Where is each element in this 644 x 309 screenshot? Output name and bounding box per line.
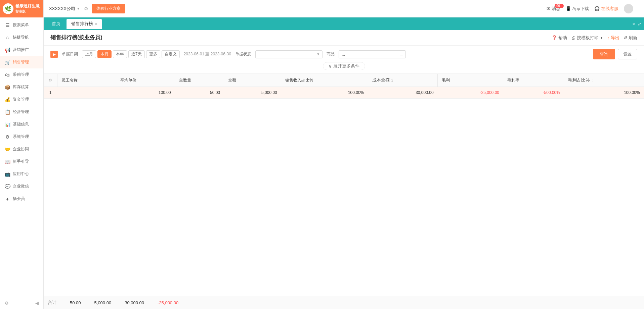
headset-icon: 🎧 [594,6,600,11]
period-btn-this-year[interactable]: 本年 [113,50,127,58]
message-badge: 99+ [555,4,564,8]
topbar-right: ✉ 消息 99+ 📱 App下载 🎧 在线客服 [547,4,639,13]
print-icon: 🖨 [571,35,575,40]
footer-main-qty: 50.00 [70,300,81,305]
tab-home[interactable]: 首页 [46,18,66,30]
filter-toggle-button[interactable]: ▶ [50,51,58,58]
print-button[interactable]: 🖨 按模板打印 ▼ [571,35,603,41]
sidebar-item-system[interactable]: ⚙ 系统管理 [0,131,43,143]
guide-icon: 📖 [5,159,10,164]
export-icon: ↑ [607,35,610,40]
trial-button[interactable]: 体验行业方案 [92,4,125,13]
message-icon: ✉ [547,6,550,11]
window-close-icon[interactable]: × [632,21,635,27]
period-btn-this-month[interactable]: 本月 [97,50,112,58]
expand-button[interactable]: ∨ 展开更多条件 [323,62,365,70]
logo-icon: 🌿 [3,3,13,14]
col-gross-rate: 毛利率 [503,74,564,87]
user-avatar[interactable] [624,4,633,13]
sidebar-item-search[interactable]: ☰ 搜索菜单 [0,19,43,31]
tab-sales-ranking[interactable]: 销售排行榜 × [67,19,102,29]
cell-name [57,87,116,99]
period-btn-custom[interactable]: 自定义 [162,50,180,58]
footer-amount: 5,000.00 [94,300,112,305]
main-area: XXXXXX公司 ▼ ⚙ 体验行业方案 ✉ 消息 99+ 📱 App下载 🎧 在… [44,0,644,309]
help-button[interactable]: ❓ 帮助 [552,35,567,41]
sidebar-item-purchase[interactable]: 🛍 采购管理 [0,68,43,81]
system-icon: ⚙ [5,134,10,140]
sidebar-item-sales[interactable]: 🛒 销售管理 [0,56,43,68]
sidebar-item-marketing[interactable]: 📢 营销推广 [0,44,43,56]
content-area: 销售排行榜(按业务员) ❓ 帮助 🖨 按模板打印 ▼ ↑ 导出 ↺ 刷新 [44,30,644,309]
online-service-button[interactable]: 🎧 在线客服 [594,6,618,12]
tabbar: 首页 销售排行榜 × × ⤢ [44,17,644,30]
col-cost: 成本全额 ℹ [368,74,437,87]
table-footer: 合计 50.00 5,000.00 30,000.00 -25,000.00 [44,296,644,309]
sidebar-item-guide[interactable]: 📖 新手引导 [0,155,43,168]
refresh-button[interactable]: ↺ 刷新 [624,35,637,41]
purchase-icon: 🛍 [5,72,10,78]
goods-input[interactable] [339,50,406,58]
period-btn-more[interactable]: 更多 [146,50,160,58]
sidebar-item-operations[interactable]: 📋 经营管理 [0,106,43,118]
search-menu-icon: ☰ [5,22,10,28]
company-selector[interactable]: XXXXXX公司 ▼ [49,6,80,12]
cell-rank: 1 [44,87,57,99]
topbar-gear-icon[interactable]: ⚙ [84,6,88,11]
app-download-button[interactable]: 📱 App下载 [566,6,589,12]
message-button[interactable]: ✉ 消息 99+ [547,6,560,12]
period-btn-last-month[interactable]: 上月 [82,50,96,58]
sidebar-bottom: ⚙ ◀ [0,297,43,309]
tab-close-icon[interactable]: × [95,22,97,26]
col-avg-price: 平均单价 [116,74,175,87]
cell-amount: 5,000.00 [224,87,281,99]
period-buttons: 上月 本月 本年 近7天 更多 自定义 [82,50,180,58]
goods-label: 商品 [327,51,335,57]
footer-cost: 30,000.00 [125,300,144,305]
cell-main-qty: 50.00 [175,87,224,99]
mobile-icon: 📱 [566,6,571,11]
sidebar-collapse-icon[interactable]: ◀ [35,301,39,306]
status-select[interactable] [255,50,323,58]
setting-button[interactable]: 设置 [618,49,637,59]
cell-avg-price: 100.00 [116,87,175,99]
gross-pct-sort-icon[interactable]: ↕ [591,79,593,82]
sidebar-item-basic-info[interactable]: 📊 基础信息 [0,118,43,131]
print-dropdown-icon: ▼ [600,36,603,40]
query-button[interactable]: 查询 [593,49,615,59]
sidebar-settings-icon[interactable]: ⚙ [5,301,9,306]
date-label: 单据日期 [62,51,78,57]
col-sales-pct: 销售收入占比% [281,74,368,87]
export-button[interactable]: ↑ 导出 [607,35,620,41]
sidebar-item-wechat[interactable]: 💬 企业微信 [0,180,43,193]
operations-icon: 📋 [5,109,10,115]
period-btn-7days[interactable]: 近7天 [128,50,145,58]
filter-bar: ▶ 单据日期 上月 本月 本年 近7天 更多 自定义 2023-06-01 至 … [44,46,644,74]
cell-cost: 30,000.00 [368,87,437,99]
col-main-qty: 主数量 [175,74,224,87]
cell-sales-pct: 100.00% [281,87,368,99]
cell-gross-pct: 100.00% [564,87,644,99]
window-expand-icon[interactable]: ⤢ [638,21,641,27]
sidebar-item-quick-nav[interactable]: ⌂ 快捷导航 [0,31,43,44]
cost-info-icon[interactable]: ℹ [391,78,393,82]
page-header: 销售排行榜(按业务员) ❓ 帮助 🖨 按模板打印 ▼ ↑ 导出 ↺ 刷新 [44,30,644,46]
finance-icon: 💰 [5,97,10,102]
col-amount: 全额 [224,74,281,87]
date-range: 2023-06-01 至 2023-06-30 [184,51,231,57]
expand-row: ∨ 展开更多条件 [50,62,637,70]
sidebar-item-enterprise[interactable]: 🤝 企业协同 [0,143,43,155]
topbar: XXXXXX公司 ▼ ⚙ 体验行业方案 ✉ 消息 99+ 📱 App下载 🎧 在… [44,0,644,17]
sidebar-item-inventory[interactable]: 📦 库存核算 [0,81,43,93]
footer-total-label: 合计 [48,300,56,306]
sidebar: 🌿 畅康通好生意 标准版 ☰ 搜索菜单 ⌂ 快捷导航 📢 营销推广 🛒 销售管理… [0,0,44,309]
filter-toggle-icon: ▶ [53,52,56,57]
sidebar-item-app-center[interactable]: 📺 应用中心 [0,168,43,180]
refresh-icon: ↺ [624,35,627,40]
col-settings[interactable]: ⚙ [44,74,57,87]
sidebar-item-finance[interactable]: 💰 资金管理 [0,93,43,106]
col-gross: 毛利 [438,74,503,87]
page-actions: ❓ 帮助 🖨 按模板打印 ▼ ↑ 导出 ↺ 刷新 [552,35,637,41]
footer-gross: -25,000.00 [158,300,178,305]
sidebar-item-member[interactable]: ♦ 畅会员 [0,193,43,205]
